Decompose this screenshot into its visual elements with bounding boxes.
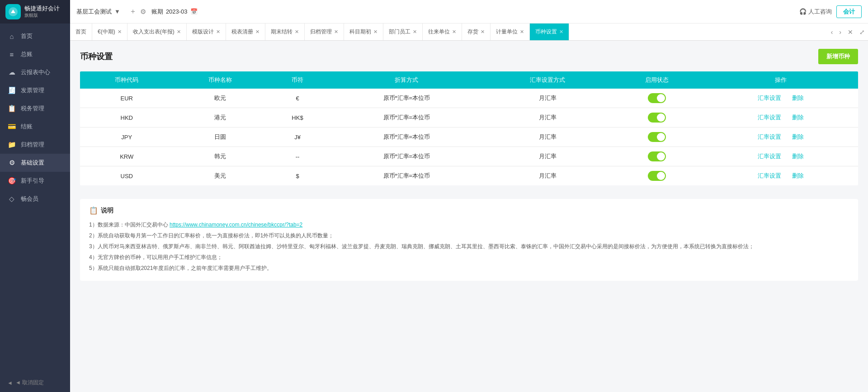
enabled-toggle[interactable] [648, 151, 666, 161]
delete-link[interactable]: 删除 [792, 133, 804, 140]
add-company-btn[interactable]: ＋ [129, 7, 137, 16]
cell-status [610, 166, 704, 186]
enabled-toggle[interactable] [648, 113, 666, 123]
cell-calc: 原币*汇率=本位币 [328, 166, 485, 186]
sidebar-pin-toggle[interactable]: ◄ ◄ 取消固定 [0, 373, 70, 392]
tab-archive[interactable]: 归档管理 ✕ [305, 24, 344, 40]
cell-rate-method: 月汇率 [485, 108, 610, 128]
tab-close-all-btn[interactable]: ✕ [844, 28, 856, 36]
col-name: 币种名称 [174, 71, 267, 89]
note-icon: 📋 [89, 206, 98, 215]
main-area: 基层工会测试 ▼ ＋ ⚙ 账期 2023-03 📅 🎧 人工咨询 会计 首页 €… [70, 0, 868, 392]
tab-close-subjects[interactable]: ✕ [373, 29, 377, 35]
tab-close-period-end[interactable]: ✕ [295, 29, 299, 35]
cell-rate-method: 月汇率 [485, 128, 610, 147]
page-title: 币种设置 [80, 51, 113, 62]
cell-action: 汇率设置 删除 [704, 147, 858, 166]
cell-action: 汇率设置 删除 [704, 128, 858, 147]
sidebar-item-archive[interactable]: 📁 归档管理 [0, 136, 70, 154]
tab-home[interactable]: 首页 [70, 24, 92, 40]
tab-template[interactable]: 模版设计 ✕ [187, 24, 226, 40]
note-item: 3）人民币对马来西亚林吉特、俄罗斯卢布、南非兰特、韩元、阿联酋迪拉姆、沙特里亚尔… [89, 241, 849, 252]
delete-link[interactable]: 删除 [792, 114, 804, 121]
settings-btn[interactable]: ⚙ [140, 8, 146, 16]
tab-currency[interactable]: 币种设置 ✕ [530, 24, 569, 40]
content-area: 币种设置 新增币种 币种代码 币种名称 币符 折算方式 汇率设置方式 启用状态 … [70, 41, 868, 392]
enabled-toggle[interactable] [648, 171, 666, 181]
currency-table: 币种代码 币种名称 币符 折算方式 汇率设置方式 启用状态 操作 EUR 欧元 … [80, 71, 858, 185]
tab-units[interactable]: 往来单位 ✕ [423, 24, 462, 40]
cell-name: 港元 [174, 108, 267, 128]
cell-status [610, 89, 704, 108]
rate-setting-link[interactable]: 汇率设置 [758, 114, 781, 121]
sidebar-item-ledger[interactable]: ≡ 总账 [0, 45, 70, 63]
enabled-toggle[interactable] [648, 93, 666, 103]
cell-calc: 原币*汇率=本位币 [328, 89, 485, 108]
delete-link[interactable]: 删除 [792, 172, 804, 179]
tab-close-balance[interactable]: ✕ [118, 29, 122, 35]
delete-link[interactable]: 删除 [792, 153, 804, 160]
tab-tax[interactable]: 税表清册 ✕ [226, 24, 265, 40]
tab-period-end[interactable]: 期末结转 ✕ [265, 24, 305, 40]
home-icon: ⌂ [7, 33, 16, 40]
cell-calc: 原币*汇率=本位币 [328, 128, 485, 147]
tab-dept[interactable]: 部门员工 ✕ [383, 24, 423, 40]
sidebar-item-settle[interactable]: 💳 结账 [0, 118, 70, 136]
account-btn[interactable]: 会计 [836, 5, 862, 18]
tab-close-currency[interactable]: ✕ [559, 29, 563, 35]
tab-balance[interactable]: €(中期) ✕ [92, 24, 127, 40]
guide-icon: 🎯 [7, 177, 16, 185]
tab-subjects[interactable]: 科目期初 ✕ [344, 24, 383, 40]
customer-service-btn[interactable]: 🎧 人工咨询 [799, 8, 832, 16]
table-row: USD 美元 $ 原币*汇率=本位币 月汇率 汇率设置 删除 [80, 166, 858, 186]
settle-icon: 💳 [7, 123, 16, 131]
tab-close-inventory[interactable]: ✕ [481, 29, 485, 35]
new-currency-btn[interactable]: 新增币种 [818, 49, 858, 64]
tab-next-btn[interactable]: › [836, 28, 844, 36]
table-row: JPY 日圆 J¥ 原币*汇率=本位币 月汇率 汇率设置 删除 [80, 128, 858, 147]
sidebar-item-guide[interactable]: 🎯 新手引导 [0, 172, 70, 190]
note-item: 5）系统只能自动抓取2021年度后的汇率，之前年度汇率需要用户手工维护。 [89, 263, 849, 274]
note-item: 1）数据来源：中国外汇交易中心 https://www.chinamoney.c… [89, 219, 849, 230]
rate-setting-link[interactable]: 汇率设置 [758, 94, 781, 101]
note-list: 1）数据来源：中国外汇交易中心 https://www.chinamoney.c… [89, 219, 849, 274]
rate-setting-link[interactable]: 汇率设置 [758, 133, 781, 140]
cell-symbol: J¥ [267, 128, 328, 147]
tab-close-archive[interactable]: ✕ [334, 29, 338, 35]
calendar-icon[interactable]: 📅 [190, 8, 198, 15]
tab-close-units[interactable]: ✕ [452, 29, 456, 35]
cell-code: USD [80, 166, 174, 186]
rate-setting-link[interactable]: 汇率设置 [758, 153, 781, 160]
cell-name: 美元 [174, 166, 267, 186]
company-dropdown[interactable]: ▼ [114, 8, 120, 15]
tab-prev-btn[interactable]: ‹ [828, 28, 836, 36]
enabled-toggle[interactable] [648, 132, 666, 142]
tab-nav-buttons: ‹ › ✕ ⤢ [828, 28, 868, 36]
tab-close-tax[interactable]: ✕ [255, 29, 259, 35]
tab-close-dept[interactable]: ✕ [413, 29, 417, 35]
delete-link[interactable]: 删除 [792, 94, 804, 101]
sidebar-item-tax[interactable]: 📋 税务管理 [0, 99, 70, 118]
sidebar-item-member[interactable]: ◇ 畅会员 [0, 190, 70, 208]
note-link[interactable]: https://www.chinamoney.com.cn/chinese/bk… [170, 222, 302, 228]
sidebar-item-home[interactable]: ⌂ 首页 [0, 27, 70, 45]
cell-calc: 原币*汇率=本位币 [328, 108, 485, 128]
tab-income[interactable]: 收入支出表(年报) ✕ [127, 24, 187, 40]
tab-close-template[interactable]: ✕ [216, 29, 220, 35]
col-calc: 折算方式 [328, 71, 485, 89]
tab-close-income[interactable]: ✕ [177, 29, 181, 35]
top-bar-right: 🎧 人工咨询 会计 [799, 5, 862, 18]
sidebar-item-basic[interactable]: ⚙ 基础设置 [0, 154, 70, 172]
company-name: 基层工会测试 ▼ [76, 8, 120, 16]
tab-close-measure[interactable]: ✕ [520, 29, 524, 35]
tab-maximize-btn[interactable]: ⤢ [856, 28, 868, 36]
cell-action: 汇率设置 删除 [704, 108, 858, 128]
tab-inventory[interactable]: 存货 ✕ [462, 24, 491, 40]
sidebar: 畅捷通好会计 旗舰版 ⌂ 首页 ≡ 总账 ☁ 云报表中心 🧾 发票管理 📋 税务… [0, 0, 70, 392]
sidebar-item-invoice[interactable]: 🧾 发票管理 [0, 81, 70, 99]
cell-code: EUR [80, 89, 174, 108]
tab-measure[interactable]: 计量单位 ✕ [491, 24, 530, 40]
cell-symbol: HK$ [267, 108, 328, 128]
sidebar-item-reports[interactable]: ☁ 云报表中心 [0, 63, 70, 81]
rate-setting-link[interactable]: 汇率设置 [758, 172, 781, 179]
